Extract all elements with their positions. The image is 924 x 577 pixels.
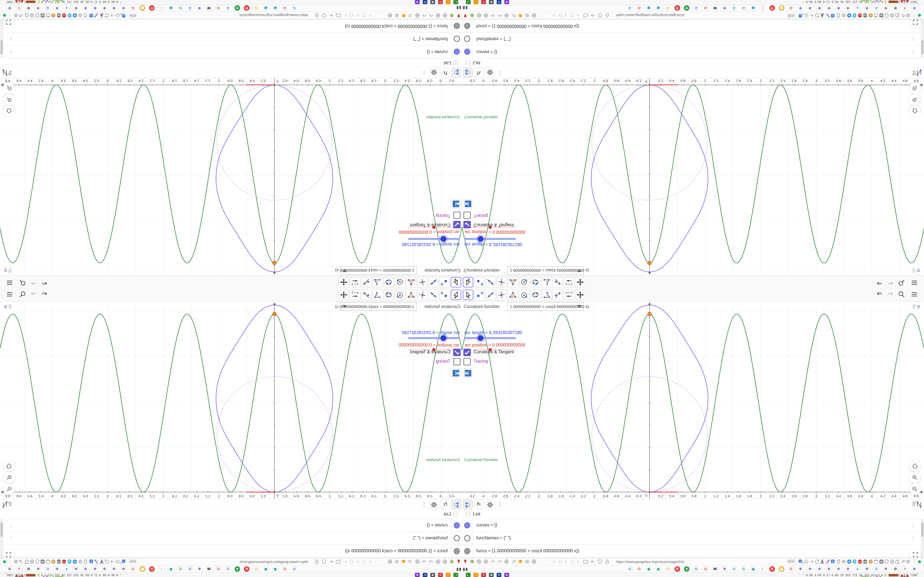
globe-icon[interactable] [483,559,489,564]
globe-icon[interactable] [435,559,441,564]
tracing-checkbox[interactable] [464,358,471,366]
bookmark-tile[interactable]: ◉ [415,0,420,4]
back-icon[interactable] [590,559,596,564]
bookmark-tile[interactable]: ◕ [473,0,478,4]
scrollbar-thumb[interactable] [921,522,924,537]
browser-tab[interactable]: G [703,566,708,572]
tool-move-graphics-view[interactable] [575,277,585,287]
browser-tab[interactable]: G [732,5,737,11]
extension-download-icon[interactable] [819,13,825,18]
dropdown-caret-icon[interactable] [577,269,582,272]
toolbar-dot-icon[interactable] [559,560,562,563]
url-text[interactable]: https://www.geogebra.org/classic/aagcxh3… [239,13,308,17]
shield-icon[interactable] [321,13,327,18]
tool-move[interactable] [463,277,473,287]
bookmark-tile[interactable]: ▣ [430,0,435,4]
wrench-icon[interactable] [510,13,516,18]
browser-tab[interactable]: ✽ [111,5,117,11]
toolbar-dot-icon[interactable] [362,560,365,563]
arc-length-slider-knob[interactable] [478,335,483,341]
tool-polygon[interactable] [508,277,518,287]
undo-button[interactable] [40,291,48,298]
extension-globe-grid-icon[interactable] [889,559,895,564]
bookmark-tile[interactable]: ▸_ [454,0,458,4]
browser-tab[interactable]: i [760,5,765,11]
graphics-view[interactable]: -3.2-3-2.8-2.6-2.4-2.2-2-1.8-1.6-1.4-1.2… [462,302,924,499]
step-forward-button[interactable]: ▶▏ [451,200,461,208]
url-text[interactable]: https://www.geogebra.org/classic/aagcxh3… [239,560,308,564]
menu-button[interactable] [5,291,13,298]
tool-move[interactable] [451,277,461,287]
tool-conic-five-points[interactable] [383,290,394,300]
function-input[interactable]: 1.000000000000 + cos(4.000000000000 x) [340,266,417,275]
browser-tab[interactable]: G [187,566,193,572]
lock-icon[interactable] [314,13,320,18]
back-icon[interactable] [328,559,334,564]
row-menu-icon[interactable]: ⋮ [8,48,13,55]
menu-button[interactable] [5,279,13,286]
gauge-icon[interactable] [422,559,427,564]
browser-tab[interactable]: W [712,566,718,572]
toolbar-dot-icon[interactable] [565,15,567,16]
bookmark-tile[interactable]: ⚙ [438,573,443,577]
globe-icon[interactable] [531,559,537,564]
zoom-out-button[interactable] [3,82,15,94]
extension-ud-icon[interactable]: UD [879,13,884,18]
browser-tab[interactable]: ◉ [656,566,661,572]
browser-tab[interactable]: ✽ [798,5,803,11]
arc-length-slider-knob[interactable] [441,335,446,341]
extension-box-icon[interactable] [46,559,51,564]
pin-icon[interactable] [456,559,462,564]
extension-translate2-icon[interactable]: A [830,559,835,564]
visibility-toggle[interactable] [464,522,470,529]
extension-forward-icon[interactable] [110,13,115,18]
browser-tab[interactable]: ✽ [197,566,202,572]
tool-slider[interactable]: a = 2 [564,277,574,287]
extension-forward-icon[interactable] [809,13,814,18]
tool-polygon[interactable] [508,290,518,300]
browser-tab[interactable]: ✽ [826,5,832,11]
extension-star-icon[interactable] [804,559,809,564]
globe-icon[interactable] [387,559,393,564]
extension-reload-icon[interactable] [814,13,819,18]
extension-ud-icon[interactable]: UD [879,559,884,564]
tool-angle[interactable]: α [372,290,383,300]
extension-wrench-icon[interactable] [900,559,905,564]
browser-tab[interactable]: ✽ [836,566,841,572]
tool-circle-center-point[interactable] [395,290,405,300]
extension-puzzle-icon[interactable] [24,13,29,18]
extension-globe-grid-icon[interactable] [30,559,35,564]
algebra-expression[interactable]: funcs = {1.000000000000 + cos(4.00000000… [476,24,579,29]
browser-tab[interactable]: G [225,5,231,11]
home-button[interactable] [909,460,921,472]
browser-tab[interactable]: ⚙ [893,5,898,11]
tool-point[interactable]: A [474,290,485,300]
algebra-expression[interactable]: curves = {} [427,50,448,55]
redo-button[interactable] [887,291,895,298]
tool-line-two-points[interactable] [428,290,439,300]
tool-line-two-points[interactable] [485,290,496,300]
algebra-scrollbar[interactable] [0,519,3,558]
browser-tab[interactable]: ✽ [845,5,851,11]
bookmark-tile[interactable]: 64 [497,0,501,4]
algebra-expression[interactable]: funcNames = {" "} [476,535,511,540]
algebra-expression[interactable]: funcs = {1.000000000000 + cos(4.00000000… [476,548,579,553]
browser-tab[interactable]: ✽ [845,566,851,572]
visibility-toggle[interactable] [464,23,470,29]
avatar-icon[interactable] [469,13,475,18]
browser-tab[interactable]: ✽ [817,5,822,11]
tool-reflect-about-line[interactable] [552,277,563,287]
visibility-toggle[interactable] [454,23,460,29]
globe-icon[interactable] [476,13,482,18]
bookmark-tile[interactable]: ▸_ [466,573,470,577]
bookmark-tile[interactable]: ▸_ [466,0,470,4]
tool-conic-five-points[interactable] [530,290,541,300]
tree-view-button[interactable] [452,68,461,77]
extension-translate2-icon[interactable]: A [830,13,835,18]
browser-tab[interactable]: ♥ [684,5,690,11]
extension-gear-icon[interactable] [905,13,911,18]
zoom-in-button[interactable] [909,472,921,483]
browser-tab[interactable]: ♥ [234,5,240,11]
browser-tab[interactable]: Я [244,5,250,11]
gauge-icon[interactable] [428,559,434,564]
